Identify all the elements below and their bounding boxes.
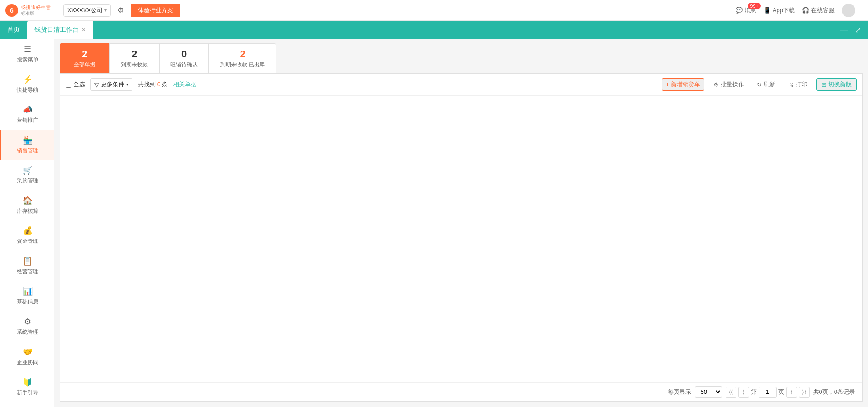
print-button[interactable]: 🖨 打印 bbox=[784, 79, 811, 90]
logo-text: 畅捷通好生意 标准版 bbox=[21, 4, 51, 16]
minimize-button[interactable]: — bbox=[839, 24, 849, 36]
maximize-button[interactable]: ⤢ bbox=[853, 24, 863, 36]
message-icon: 💬 bbox=[736, 7, 743, 14]
header-right: 💬 消息 99+ 📱 App下载 🎧 在线客服 bbox=[736, 4, 863, 17]
select-all-input[interactable] bbox=[66, 82, 71, 88]
batch-operation-button[interactable]: ⚙ 批量操作 bbox=[710, 79, 748, 90]
add-sales-order-button[interactable]: + 新增销货单 bbox=[662, 78, 704, 91]
select-all-checkbox[interactable]: 全选 bbox=[66, 80, 85, 89]
total-info: 共0页，0条记录 bbox=[813, 388, 855, 396]
stat-tab-overdue[interactable]: 2 到期未收款 bbox=[109, 43, 159, 73]
finance-icon: 💰 bbox=[23, 226, 33, 236]
filter-icon: ▽ bbox=[94, 81, 99, 88]
stat-label-all: 全部单据 bbox=[74, 61, 95, 69]
nav-tabs: 首页 钱货日清工作台 ✕ — ⤢ bbox=[0, 21, 868, 39]
close-tab-icon[interactable]: ✕ bbox=[81, 27, 86, 33]
avatar[interactable] bbox=[842, 4, 855, 17]
sidebar-item-guide[interactable]: 🔰 新手引导 bbox=[0, 372, 54, 402]
logo-area: 6 畅捷通好生意 标准版 bbox=[5, 4, 60, 17]
cooperation-icon: 🤝 bbox=[23, 347, 33, 357]
sidebar-item-finance[interactable]: 💰 资金管理 bbox=[0, 220, 54, 251]
purchase-icon: 🛒 bbox=[23, 165, 33, 175]
sidebar-item-purchase[interactable]: 🛒 采购管理 bbox=[0, 160, 54, 190]
chevron-down-icon: ▾ bbox=[104, 8, 107, 13]
page-text: 第 bbox=[751, 388, 757, 396]
stat-label-overdue: 到期未收款 bbox=[121, 61, 148, 69]
sidebar-item-search[interactable]: ☰ 搜索菜单 bbox=[0, 39, 54, 69]
operations-icon: 📋 bbox=[23, 256, 33, 266]
stat-num-overdue-out: 2 bbox=[240, 48, 245, 60]
sidebar-item-cooperation[interactable]: 🤝 企业协同 bbox=[0, 342, 54, 372]
trial-button[interactable]: 体验行业方案 bbox=[131, 4, 180, 17]
switch-icon: ⊞ bbox=[821, 81, 826, 88]
main-body: ☰ 搜索菜单 ⚡ 快捷导航 📣 营销推广 🏪 销售管理 🛒 采购管理 🏠 库存核… bbox=[0, 39, 868, 407]
result-text: 共找到 0 条 bbox=[138, 80, 168, 89]
basic-info-icon: 📊 bbox=[23, 286, 33, 296]
toolbar: 全选 ▽ 更多条件 ▾ 共找到 0 条 相关单据 + 新增销货单 bbox=[60, 74, 862, 96]
toolbar-right: + 新增销货单 ⚙ 批量操作 ↻ 刷新 🖨 打印 ⊞ bbox=[662, 78, 857, 91]
page-text-end: 页 bbox=[778, 388, 784, 396]
stat-num-pending: 0 bbox=[181, 48, 187, 60]
stat-label-overdue-out: 到期未收款 已出库 bbox=[220, 61, 265, 69]
stat-tab-all[interactable]: 2 全部单据 bbox=[60, 43, 109, 73]
prev-page-button[interactable]: ⟨ bbox=[738, 387, 749, 398]
stat-label-pending: 旺铺待确认 bbox=[170, 61, 198, 69]
stat-tab-overdue-out[interactable]: 2 到期未收款 已出库 bbox=[209, 43, 276, 73]
stat-num-overdue: 2 bbox=[132, 48, 137, 60]
inventory-icon: 🏠 bbox=[23, 196, 33, 206]
app-icon: 📱 bbox=[764, 7, 771, 14]
sidebar: ☰ 搜索菜单 ⚡ 快捷导航 📣 营销推广 🏪 销售管理 🛒 采购管理 🏠 库存核… bbox=[0, 39, 54, 407]
logo-icon: 6 bbox=[5, 4, 18, 17]
settings-button[interactable]: ⚙ bbox=[114, 4, 127, 17]
tab-home[interactable]: 首页 bbox=[0, 21, 27, 39]
system-icon: ⚙ bbox=[24, 317, 31, 327]
sidebar-item-marketing[interactable]: 📣 营销推广 bbox=[0, 99, 54, 130]
refresh-icon: ↻ bbox=[757, 81, 762, 88]
table-container: 全选 ▽ 更多条件 ▾ 共找到 0 条 相关单据 + 新增销货单 bbox=[60, 73, 863, 402]
sales-icon: 🏪 bbox=[23, 135, 33, 145]
sidebar-item-operations[interactable]: 📋 经营管理 bbox=[0, 251, 54, 281]
result-count: 0 bbox=[157, 81, 160, 88]
next-page-button[interactable]: ⟩ bbox=[786, 387, 797, 398]
company-name: XXXXXX公司 bbox=[67, 6, 103, 14]
message-badge: 99+ bbox=[748, 3, 761, 9]
first-page-button[interactable]: ⟨⟨ bbox=[726, 387, 736, 398]
app-download-button[interactable]: 📱 App下载 bbox=[764, 6, 795, 14]
table-footer: 每页显示 50 20 100 ⟨⟨ ⟨ 第 1 页 ⟩ ⟩⟩ 共0页，0条记录 bbox=[60, 382, 862, 401]
stat-num-all: 2 bbox=[82, 48, 87, 60]
quick-nav-icon: ⚡ bbox=[23, 75, 33, 84]
page-size-select[interactable]: 50 20 100 bbox=[695, 386, 722, 398]
table-body bbox=[60, 96, 862, 382]
marketing-icon: 📣 bbox=[23, 105, 33, 115]
search-menu-icon: ☰ bbox=[24, 44, 31, 54]
stats-tabs: 2 全部单据 2 到期未收款 0 旺铺待确认 2 到期未收款 已出库 bbox=[54, 39, 868, 73]
page-nav: ⟨⟨ ⟨ 第 1 页 ⟩ ⟩⟩ bbox=[726, 387, 810, 398]
top-header: 6 畅捷通好生意 标准版 XXXXXX公司 ▾ ⚙ 体验行业方案 💬 消息 99… bbox=[0, 0, 868, 21]
stat-tab-pending[interactable]: 0 旺铺待确认 bbox=[159, 43, 209, 73]
sidebar-item-sales[interactable]: 🏪 销售管理 bbox=[0, 130, 54, 160]
service-icon: 🎧 bbox=[802, 7, 809, 14]
online-service-button[interactable]: 🎧 在线客服 bbox=[802, 6, 835, 14]
sidebar-item-basic-info[interactable]: 📊 基础信息 bbox=[0, 281, 54, 311]
sidebar-item-inventory[interactable]: 🏠 库存核算 bbox=[0, 190, 54, 220]
page-size-label: 每页显示 bbox=[668, 388, 691, 396]
filter-chevron-icon: ▾ bbox=[126, 82, 128, 87]
last-page-button[interactable]: ⟩⟩ bbox=[799, 387, 810, 398]
toolbar-left: 全选 ▽ 更多条件 ▾ 共找到 0 条 相关单据 bbox=[66, 78, 656, 91]
filter-button[interactable]: ▽ 更多条件 ▾ bbox=[90, 78, 132, 91]
related-orders-link[interactable]: 相关单据 bbox=[173, 80, 197, 89]
batch-icon: ⚙ bbox=[713, 81, 719, 88]
page-input[interactable]: 1 bbox=[759, 387, 777, 398]
message-button[interactable]: 💬 消息 99+ bbox=[736, 6, 756, 14]
sidebar-item-quick-nav[interactable]: ⚡ 快捷导航 bbox=[0, 69, 54, 99]
sidebar-item-app-center[interactable]: 📦 应用中心 bbox=[0, 402, 54, 407]
switch-version-button[interactable]: ⊞ 切换新版 bbox=[816, 78, 857, 91]
nav-right-controls: — ⤢ bbox=[839, 24, 868, 36]
header-left: 6 畅捷通好生意 标准版 XXXXXX公司 ▾ ⚙ 体验行业方案 bbox=[5, 4, 180, 17]
tab-work[interactable]: 钱货日清工作台 ✕ bbox=[27, 21, 93, 39]
sidebar-item-system[interactable]: ⚙ 系统管理 bbox=[0, 311, 54, 342]
refresh-button[interactable]: ↻ 刷新 bbox=[753, 79, 779, 90]
company-selector[interactable]: XXXXXX公司 ▾ bbox=[63, 4, 111, 17]
guide-icon: 🔰 bbox=[23, 377, 33, 387]
content-area: 2 全部单据 2 到期未收款 0 旺铺待确认 2 到期未收款 已出库 bbox=[54, 39, 868, 407]
